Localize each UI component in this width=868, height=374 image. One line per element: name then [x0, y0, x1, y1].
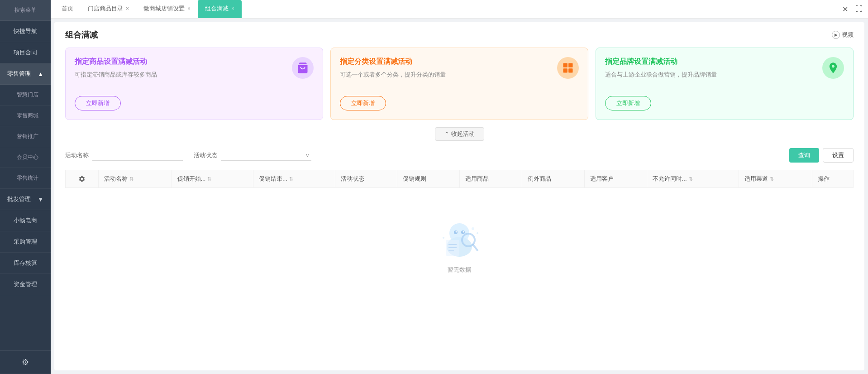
sidebar-item-purchase[interactable]: 采购管理: [0, 231, 51, 253]
th-applicable-customer-label: 适用客户: [590, 175, 614, 182]
sidebar-search-menu[interactable]: 搜索菜单: [0, 0, 51, 21]
sort-icon-activity-name[interactable]: ⇅: [129, 176, 134, 182]
sidebar: 搜索菜单 快捷导航 项目合同 零售管理 ▲ 智慧门店 零售商城 营销推广 会员中…: [0, 0, 51, 374]
product-card-title: 指定商品设置满减活动: [75, 57, 314, 67]
retail-management-label: 零售管理: [7, 70, 31, 78]
settings-button[interactable]: 设置: [823, 148, 854, 163]
sidebar-settings-button[interactable]: ⚙: [0, 350, 51, 374]
sidebar-item-wholesale[interactable]: 批发管理 ▼: [0, 189, 51, 210]
tab-close-wechat-shop[interactable]: ×: [187, 5, 191, 12]
sidebar-item-inventory[interactable]: 库存核算: [0, 253, 51, 274]
product-discount-card: 指定商品设置满减活动 可指定滞销商品或库存较多商品 立即新增: [65, 48, 323, 120]
th-settings[interactable]: [66, 170, 99, 188]
th-activity-name: 活动名称 ⇅: [99, 170, 172, 188]
svg-line-12: [473, 245, 477, 250]
th-promo-end: 促销结束... ⇅: [253, 170, 335, 188]
tab-store-catalog[interactable]: 门店商品目录 ×: [81, 0, 136, 18]
sort-icon-applicable-channel[interactable]: ⇅: [770, 176, 774, 182]
table-body: 暂无数据: [66, 188, 854, 302]
sort-icon-promo-end[interactable]: ⇅: [289, 176, 293, 182]
th-activity-status: 活动状态: [335, 170, 397, 188]
brand-card-title: 指定品牌设置满减活动: [605, 57, 844, 67]
svg-rect-3: [563, 68, 568, 72]
th-applicable-product-label: 适用商品: [465, 175, 489, 182]
empty-state: 暂无数据: [66, 188, 854, 301]
activity-status-select-wrapper: ∨: [221, 150, 311, 161]
brand-card-icon: [822, 57, 844, 79]
activity-name-label: 活动名称: [65, 151, 89, 159]
category-card-btn[interactable]: 立即新增: [340, 96, 386, 110]
video-link[interactable]: ▶ 视频: [832, 31, 854, 39]
sort-icon-promo-start[interactable]: ⇅: [207, 176, 211, 182]
activity-status-select[interactable]: [221, 150, 311, 161]
sort-icon-no-concurrent[interactable]: ⇅: [689, 176, 693, 182]
page-content: 组合满减 ▶ 视频 指定商品设置满减活动 可指定滞销商品或库存较多商品: [54, 22, 864, 370]
sidebar-item-retail-mall[interactable]: 零售商城: [0, 105, 51, 126]
tab-close-store-catalog[interactable]: ×: [126, 5, 129, 12]
product-card-btn[interactable]: 立即新增: [75, 96, 121, 110]
svg-rect-2: [568, 63, 572, 67]
tab-combo-discount[interactable]: 组合满减 ×: [198, 0, 242, 18]
th-exception-product: 例外商品: [522, 170, 585, 188]
table-head: 活动名称 ⇅ 促销开始... ⇅ 促销结束... ⇅: [66, 170, 854, 188]
th-applicable-channel-label: 适用渠道: [744, 175, 768, 183]
sidebar-item-retail-management[interactable]: 零售管理 ▲: [0, 63, 51, 85]
brand-card-btn[interactable]: 立即新增: [605, 96, 651, 110]
tab-wechat-shop-settings[interactable]: 微商城店铺设置 ×: [136, 0, 198, 18]
th-promo-rule-label: 促销规则: [403, 175, 426, 182]
category-card-title: 指定分类设置满减活动: [340, 57, 579, 67]
category-discount-card: 指定分类设置满减活动 可选一个或者多个分类，提升分类的销量 立即新增: [330, 48, 588, 120]
sidebar-item-quick-nav[interactable]: 快捷导航: [0, 21, 51, 42]
svg-point-8: [456, 231, 457, 233]
th-promo-end-label: 促销结束...: [259, 175, 287, 183]
tab-home[interactable]: 首页: [54, 0, 81, 18]
filter-actions: 查询 设置: [789, 148, 854, 163]
activity-name-input[interactable]: [92, 150, 183, 161]
th-no-concurrent: 不允许同时... ⇅: [647, 170, 739, 188]
tab-close-combo-discount[interactable]: ×: [231, 5, 234, 12]
sidebar-item-finance[interactable]: 资金管理: [0, 274, 51, 295]
th-promo-rule: 促销规则: [397, 170, 460, 188]
close-window-button[interactable]: ✕: [840, 3, 850, 15]
table-header-row: 活动名称 ⇅ 促销开始... ⇅ 促销结束... ⇅: [66, 170, 854, 188]
svg-rect-1: [563, 63, 568, 67]
th-promo-start: 促销开始... ⇅: [172, 170, 253, 188]
collapse-bar: ⌃ 收起活动: [65, 127, 854, 141]
sidebar-item-marketing[interactable]: 营销推广: [0, 126, 51, 147]
play-icon: ▶: [832, 31, 840, 39]
sidebar-item-member-center[interactable]: 会员中心: [0, 147, 51, 168]
sidebar-item-smart-store[interactable]: 智慧门店: [0, 85, 51, 105]
chevron-up-icon: ⌃: [444, 131, 449, 138]
th-operation: 操作: [812, 170, 853, 188]
project-contract-label: 项目合同: [14, 48, 37, 57]
activity-status-filter: 活动状态 ∨: [194, 150, 311, 161]
category-card-desc: 可选一个或者多个分类，提升分类的销量: [340, 70, 507, 80]
activity-cards: 指定商品设置满减活动 可指定滞销商品或库存较多商品 立即新增 指定分类设置满减活…: [65, 48, 854, 120]
tab-bar: 首页 门店商品目录 × 微商城店铺设置 × 组合满减 × ✕ ⛶: [51, 0, 868, 19]
th-applicable-product: 适用商品: [460, 170, 522, 188]
data-table: 活动名称 ⇅ 促销开始... ⇅ 促销结束... ⇅: [65, 170, 854, 301]
svg-point-19: [443, 237, 444, 239]
tab-bar-actions: ✕ ⛶: [840, 3, 864, 15]
main-area: 首页 门店商品目录 × 微商城店铺设置 × 组合满减 × ✕ ⛶ 组合满减 ▶ …: [51, 0, 868, 374]
svg-point-18: [477, 232, 478, 234]
brand-discount-card: 指定品牌设置满减活动 适合与上游企业联合做营销，提升品牌销量 立即新增: [596, 48, 854, 120]
brand-card-desc: 适合与上游企业联合做营销，提升品牌销量: [605, 70, 773, 80]
sidebar-item-project-contract[interactable]: 项目合同: [0, 42, 51, 63]
th-applicable-customer: 适用客户: [584, 170, 647, 188]
maximize-window-button[interactable]: ⛶: [854, 3, 864, 15]
activity-status-label: 活动状态: [194, 151, 217, 159]
th-applicable-channel: 适用渠道 ⇅: [739, 170, 812, 188]
chevron-up-icon: ▲: [38, 71, 43, 77]
settings-icon: ⚙: [22, 357, 29, 367]
th-activity-name-label: 活动名称: [104, 175, 128, 183]
product-card-desc: 可指定滞销商品或库存较多商品: [75, 70, 242, 80]
product-card-icon: [292, 57, 314, 79]
query-button[interactable]: 查询: [789, 148, 819, 163]
sidebar-item-retail-stats[interactable]: 零售统计: [0, 168, 51, 189]
category-card-icon: [557, 57, 579, 79]
sidebar-item-small-ecommerce[interactable]: 小畅电商: [0, 210, 51, 231]
collapse-activity-btn[interactable]: ⌃ 收起活动: [435, 127, 484, 141]
th-exception-product-label: 例外商品: [528, 175, 551, 182]
filter-row: 活动名称 活动状态 ∨ 查询 设置: [65, 148, 854, 163]
